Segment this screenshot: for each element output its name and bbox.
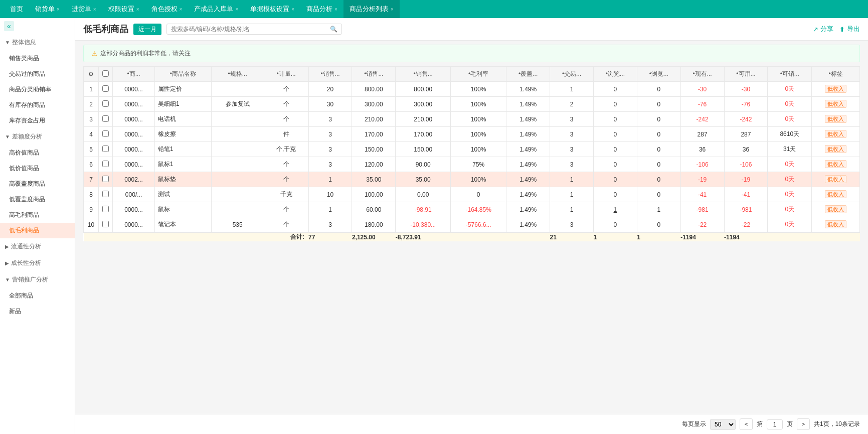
sidebar-item-all-goods[interactable]: 全部商品 bbox=[0, 288, 75, 304]
row-browse1[interactable]: 0 bbox=[593, 157, 637, 172]
row-browse1[interactable]: 1 bbox=[593, 202, 637, 217]
tag-low-income: 低收入 bbox=[825, 220, 846, 228]
row-name[interactable]: 电话机 bbox=[155, 112, 212, 127]
row-name[interactable]: 鼠标垫 bbox=[155, 172, 212, 187]
sidebar-item-low-profit[interactable]: 低毛利商品 bbox=[0, 223, 75, 238]
tag-low-income: 低收入 bbox=[825, 175, 846, 183]
row-name[interactable]: 橡皮擦 bbox=[155, 127, 212, 142]
export-btn[interactable]: ⬆ 导出 bbox=[839, 25, 860, 34]
nav-goods-analysis-list[interactable]: 商品分析列表 × bbox=[343, 0, 400, 18]
share-btn[interactable]: ↗ 分享 bbox=[813, 25, 833, 34]
sidebar-item-stock-capital[interactable]: 库存资金占用 bbox=[0, 113, 75, 128]
row-browse1[interactable]: 0 bbox=[593, 97, 637, 112]
row-checkbox[interactable] bbox=[99, 217, 113, 233]
row-browse1[interactable]: 0 bbox=[593, 172, 637, 187]
row-spec bbox=[211, 127, 264, 142]
row-tag: 低收入 bbox=[812, 112, 860, 127]
table-row: 4 0000... 橡皮擦 件 3 170.00 170.00 100% 1.4… bbox=[84, 127, 860, 142]
browse1-link: 0 bbox=[614, 86, 617, 93]
row-name[interactable]: 测试 bbox=[155, 187, 212, 202]
next-page-btn[interactable]: ＞ bbox=[797, 418, 810, 430]
row-unit: 个 bbox=[264, 172, 308, 187]
nav-permissions-close[interactable]: × bbox=[136, 7, 139, 12]
sidebar-item-low-value[interactable]: 低价值商品 bbox=[0, 161, 75, 176]
sidebar-item-high-value[interactable]: 高价值商品 bbox=[0, 145, 75, 161]
row-checkbox[interactable] bbox=[99, 142, 113, 157]
row-browse1[interactable]: 0 bbox=[593, 127, 637, 142]
table-row: 8 000/... 测试 千克 10 100.00 0.00 0 1.49% 1… bbox=[84, 187, 860, 202]
sidebar-group-marketing[interactable]: ▼ 营销推广分析 bbox=[0, 271, 75, 288]
prev-page-btn[interactable]: ＜ bbox=[740, 418, 753, 430]
row-name[interactable]: 吴细细1 bbox=[155, 97, 212, 112]
row-spec bbox=[211, 142, 264, 157]
row-checkbox[interactable] bbox=[99, 157, 113, 172]
nav-template-close[interactable]: × bbox=[291, 7, 294, 12]
search-input[interactable] bbox=[171, 26, 328, 33]
row-stock3: 0天 bbox=[768, 172, 812, 187]
sidebar-item-category-rate[interactable]: 商品分类助销率 bbox=[0, 82, 75, 97]
page-suffix: 页 bbox=[787, 420, 793, 428]
nav-roles[interactable]: 角色授权 × bbox=[145, 0, 189, 18]
row-browse1[interactable]: 0 bbox=[593, 187, 637, 202]
nav-goods-analysis[interactable]: 商品分析 × bbox=[300, 0, 343, 18]
row-checkbox[interactable] bbox=[99, 172, 113, 187]
sidebar-item-high-coverage[interactable]: 高覆盖度商品 bbox=[0, 176, 75, 192]
sidebar-item-in-stock[interactable]: 有库存的商品 bbox=[0, 97, 75, 113]
sidebar-collapse-btn[interactable]: « bbox=[4, 21, 14, 31]
table-row: 10 0000... 笔记本 535 个 3 180.00 -10,380...… bbox=[84, 217, 860, 233]
col-gross: •覆盖... bbox=[506, 67, 550, 82]
select-all-checkbox[interactable] bbox=[102, 70, 109, 77]
col-checkbox[interactable] bbox=[99, 67, 113, 82]
per-page-select[interactable]: 50 100 200 bbox=[710, 419, 736, 430]
row-checkbox[interactable] bbox=[99, 202, 113, 217]
nav-goods-analysis-close[interactable]: × bbox=[334, 7, 337, 12]
sidebar-group-growth[interactable]: ▶ 成长性分析 bbox=[0, 255, 75, 271]
nav-purchase-close[interactable]: × bbox=[93, 7, 96, 12]
row-checkbox[interactable] bbox=[99, 112, 113, 127]
date-filter-btn[interactable]: 近一月 bbox=[133, 24, 161, 35]
row-checkbox[interactable] bbox=[99, 82, 113, 97]
nav-sales[interactable]: 销货单 × bbox=[29, 0, 66, 18]
row-name[interactable]: 铅笔1 bbox=[155, 142, 212, 157]
table-container[interactable]: ⚙ •商... •商品名称 •规格... •计量... •销售... •销售..… bbox=[75, 66, 868, 414]
row-browse1[interactable]: 0 bbox=[593, 217, 637, 233]
browse1-link: 0 bbox=[614, 131, 617, 138]
sidebar-group-overall[interactable]: ▼ 整体信息 bbox=[0, 34, 75, 51]
row-name[interactable]: 鼠标 bbox=[155, 202, 212, 217]
col-settings[interactable]: ⚙ bbox=[84, 67, 99, 82]
sidebar-item-traded-goods[interactable]: 交易过的商品 bbox=[0, 66, 75, 82]
row-gross: 1.49% bbox=[506, 142, 550, 157]
row-browse1[interactable]: 0 bbox=[593, 112, 637, 127]
search-icon[interactable]: 🔍 bbox=[330, 26, 337, 33]
row-s2: 60.00 bbox=[352, 202, 396, 217]
sidebar-item-high-profit[interactable]: 高毛利商品 bbox=[0, 207, 75, 223]
sidebar-group-margin[interactable]: ▼ 差额度分析 bbox=[0, 128, 75, 145]
sidebar-item-new-goods[interactable]: 新品 bbox=[0, 304, 75, 319]
nav-permissions[interactable]: 权限设置 × bbox=[102, 0, 145, 18]
row-browse1[interactable]: 0 bbox=[593, 82, 637, 97]
browse1-link: 0 bbox=[614, 146, 617, 153]
row-checkbox[interactable] bbox=[99, 127, 113, 142]
row-spec bbox=[211, 187, 264, 202]
sidebar-item-low-coverage[interactable]: 低覆盖度商品 bbox=[0, 192, 75, 207]
browse1-link[interactable]: 1 bbox=[614, 206, 617, 213]
nav-products-in-close[interactable]: × bbox=[235, 7, 238, 12]
row-name[interactable]: 属性定价 bbox=[155, 82, 212, 97]
row-stock1: -22 bbox=[680, 217, 724, 233]
page-input[interactable] bbox=[767, 419, 783, 429]
nav-goods-analysis-list-close[interactable]: × bbox=[391, 7, 394, 12]
nav-home[interactable]: 首页 bbox=[4, 0, 29, 18]
nav-sales-close[interactable]: × bbox=[57, 7, 60, 12]
nav-products-in[interactable]: 产成品入库单 × bbox=[188, 0, 244, 18]
row-name[interactable]: 鼠标1 bbox=[155, 157, 212, 172]
nav-roles-close[interactable]: × bbox=[180, 7, 183, 12]
row-browse1[interactable]: 0 bbox=[593, 142, 637, 157]
row-stock2: -19 bbox=[724, 172, 768, 187]
nav-template[interactable]: 单据模板设置 × bbox=[244, 0, 300, 18]
row-name[interactable]: 笔记本 bbox=[155, 217, 212, 233]
row-checkbox[interactable] bbox=[99, 187, 113, 202]
row-checkbox[interactable] bbox=[99, 97, 113, 112]
nav-purchase[interactable]: 进货单 × bbox=[66, 0, 102, 18]
sidebar-group-liquidity[interactable]: ▶ 流通性分析 bbox=[0, 238, 75, 255]
sidebar-item-sales-goods[interactable]: 销售类商品 bbox=[0, 51, 75, 66]
